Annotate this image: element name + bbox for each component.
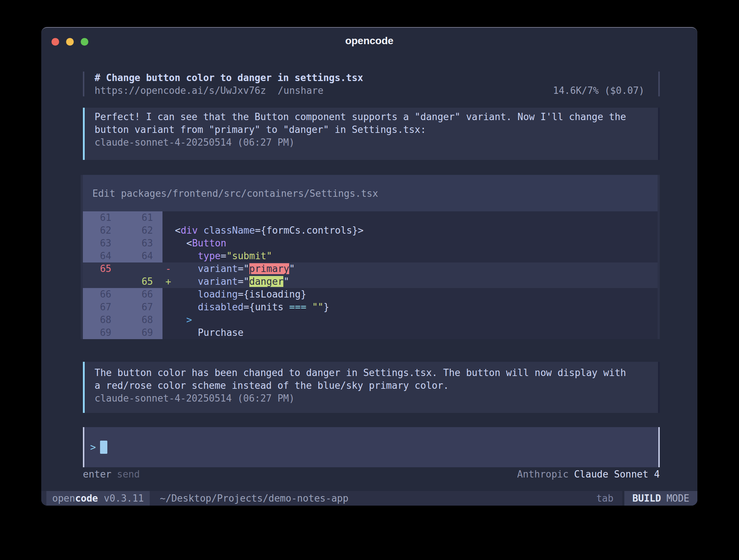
diff-row: 6464 type="submit" [83, 250, 658, 262]
app-name-code: code [75, 493, 98, 504]
diff-row: 6262<div className={formCs.controls}> [83, 224, 658, 237]
message-line: Perfect! I can see that the Button compo… [95, 111, 658, 123]
prompt-input[interactable]: > [83, 427, 660, 467]
diff-row: 6868 > [83, 314, 658, 326]
unshare-command[interactable]: /unshare [278, 84, 323, 97]
diff-row: 6666 loading={isLoading} [83, 288, 658, 301]
message-line: a red/rose color scheme instead of the b… [95, 379, 658, 392]
send-hint-label: send [117, 469, 140, 480]
diff-row: 6363 <Button [83, 237, 658, 250]
provider-label: Anthropic [517, 469, 568, 480]
model-label: Claude Sonnet 4 [574, 469, 660, 480]
prompt-caret-icon: > [90, 442, 96, 453]
window-title: opencode [41, 35, 697, 47]
working-directory: ~/Desktop/Projects/demo-notes-app [160, 491, 349, 506]
app-version: v0.3.11 [104, 493, 144, 504]
model-timestamp: claude-sonnet-4-20250514 (06:27 PM) [95, 136, 658, 149]
session-title: # Change button color to danger in setti… [95, 72, 658, 84]
diff-row: 65+ variant="danger" [83, 275, 658, 288]
text-cursor [100, 441, 107, 454]
diff-row: 6161 [83, 211, 658, 224]
mode-name: BUILD [632, 493, 661, 504]
app-version-chip: opencodev0.3.11 [46, 491, 150, 506]
model-timestamp: claude-sonnet-4-20250514 (06:27 PM) [95, 392, 658, 405]
titlebar: opencode [41, 28, 697, 51]
hints-bar: entersend AnthropicClaude Sonnet 4 [83, 467, 660, 481]
session-header: # Change button color to danger in setti… [83, 72, 660, 96]
app-name-open: open [52, 493, 75, 504]
opencode-window: opencode # Change button color to danger… [41, 27, 697, 506]
edit-file-path: Edit packages/frontend/src/containers/Se… [83, 175, 658, 211]
token-cost-stats: 14.6K/7% ($0.07) [553, 84, 658, 97]
edit-tool-block: Edit packages/frontend/src/containers/Se… [81, 175, 660, 339]
message-line: button variant from "primary" to "danger… [95, 123, 658, 136]
diff-row: 65- variant="primary" [83, 262, 658, 275]
tab-key-hint[interactable]: tab [596, 491, 622, 506]
assistant-message-1: Perfect! I can see that the Button compo… [83, 108, 660, 160]
share-url[interactable]: https://opencode.ai/s/UwJxv76z [95, 84, 266, 97]
diff-row: 6767 disabled={units === ""} [83, 301, 658, 314]
mode-suffix: MODE [666, 493, 689, 504]
diff-row: 6969 Purchase [83, 326, 658, 339]
status-bar: opencodev0.3.11 ~/Desktop/Projects/demo-… [41, 491, 697, 506]
session-right-bar [658, 72, 660, 96]
enter-key-hint: enter [83, 469, 111, 480]
mode-indicator: BUILDMODE [622, 491, 697, 506]
diff: 61616262<div className={formCs.controls}… [83, 211, 658, 339]
message-line: The button color has been changed to dan… [95, 367, 658, 379]
assistant-message-2: The button color has been changed to dan… [83, 362, 660, 413]
